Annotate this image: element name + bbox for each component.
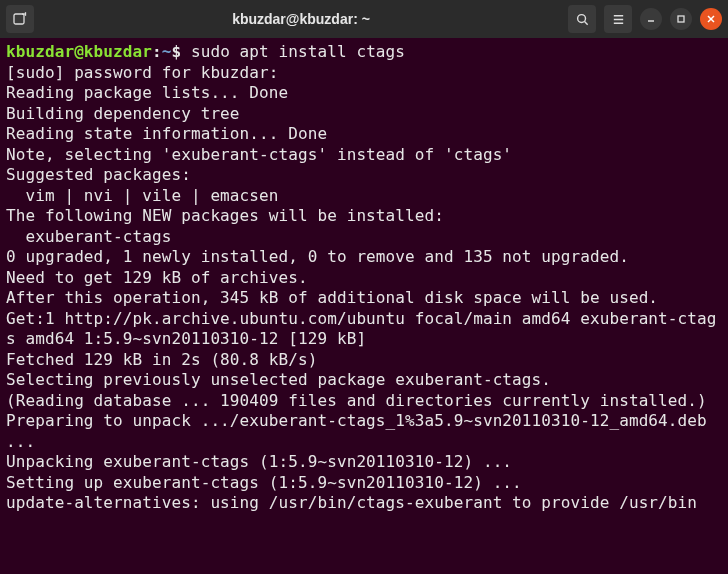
terminal-area[interactable]: kbuzdar@kbuzdar:~$ sudo apt install ctag… (0, 38, 728, 518)
window-title: kbuzdar@kbuzdar: ~ (34, 11, 568, 27)
titlebar-left (6, 5, 34, 33)
search-icon (575, 12, 590, 27)
window-titlebar: kbuzdar@kbuzdar: ~ (0, 0, 728, 38)
svg-rect-0 (14, 14, 24, 24)
terminal-output: [sudo] password for kbuzdar: Reading pac… (6, 63, 717, 513)
svg-point-3 (577, 14, 585, 22)
svg-line-4 (584, 21, 587, 24)
minimize-icon (646, 14, 656, 24)
maximize-button[interactable] (670, 8, 692, 30)
prompt-dollar: $ (171, 42, 181, 61)
prompt-userhost: kbuzdar@kbuzdar (6, 42, 152, 61)
titlebar-right (568, 5, 722, 33)
prompt-path: ~ (162, 42, 172, 61)
close-button[interactable] (700, 8, 722, 30)
prompt-colon: : (152, 42, 162, 61)
svg-rect-9 (678, 16, 684, 22)
new-tab-button[interactable] (6, 5, 34, 33)
menu-button[interactable] (604, 5, 632, 33)
search-button[interactable] (568, 5, 596, 33)
minimize-button[interactable] (640, 8, 662, 30)
close-icon (706, 14, 716, 24)
new-tab-icon (12, 11, 28, 27)
prompt-command: sudo apt install ctags (191, 42, 405, 61)
maximize-icon (676, 14, 686, 24)
hamburger-icon (611, 12, 626, 27)
